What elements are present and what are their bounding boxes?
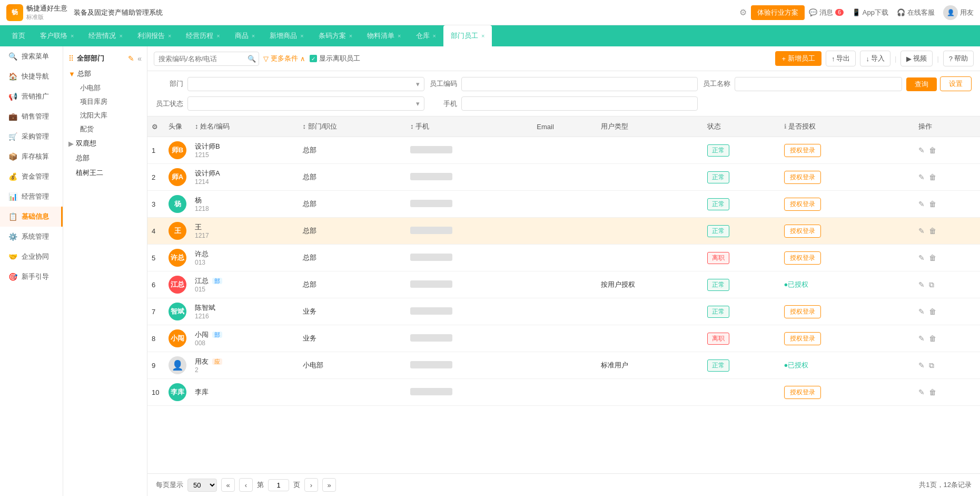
export-button[interactable]: ↑ 导出 xyxy=(826,51,856,66)
th-name[interactable]: ↕ 姓名/编码 xyxy=(191,116,299,137)
close-icon[interactable]: × xyxy=(349,33,352,39)
more-filter-btn[interactable]: ▽ 更多条件 ∧ xyxy=(263,54,305,63)
edit-dept-icon[interactable]: ✎ xyxy=(128,54,134,63)
sidebar-item-finance[interactable]: 💰 资金管理 xyxy=(0,167,63,187)
current-page-input[interactable] xyxy=(268,479,289,491)
tab-warehouse[interactable]: 仓库 × xyxy=(409,25,443,46)
first-page-button[interactable]: « xyxy=(221,478,235,492)
authorize-button[interactable]: 授权登录 xyxy=(784,198,821,211)
import-button[interactable]: ↓ 导入 xyxy=(860,51,890,66)
tab-profit[interactable]: 利润报告 × xyxy=(130,25,179,46)
authorize-button[interactable]: 授权登录 xyxy=(784,225,821,238)
online-support-item[interactable]: 🎧 在线客服 xyxy=(897,8,935,17)
edit-icon[interactable]: ✎ xyxy=(918,227,925,235)
sidebar-item-collab[interactable]: 🤝 企业协同 xyxy=(0,247,63,267)
next-page-button[interactable]: › xyxy=(304,478,318,492)
close-icon[interactable]: × xyxy=(71,33,74,39)
collapse-icon[interactable]: « xyxy=(137,54,142,63)
message-item[interactable]: 💬 消息 6 xyxy=(809,8,844,17)
delete-icon[interactable]: 🗑 xyxy=(929,307,936,316)
delete-icon[interactable]: 🗑 xyxy=(929,334,936,343)
tab-new-goods[interactable]: 新增商品 × xyxy=(262,25,311,46)
sidebar-item-sales[interactable]: 💼 销售管理 xyxy=(0,106,63,127)
edit-icon[interactable]: ✎ xyxy=(918,307,925,316)
authorize-button[interactable]: 授权登录 xyxy=(784,144,821,157)
settings-icon[interactable]: ⚙ xyxy=(739,7,747,17)
th-settings[interactable]: ⚙ xyxy=(147,116,164,137)
tab-home[interactable]: 首页 xyxy=(4,25,33,46)
dept-child-xiaodianbu[interactable]: 小电部 xyxy=(63,81,147,95)
tab-bom[interactable]: 物料清单 × xyxy=(360,25,408,46)
th-dept[interactable]: ↕ 部门/职位 xyxy=(299,116,407,137)
edit-icon[interactable]: ✎ xyxy=(918,388,925,396)
empcode-input[interactable] xyxy=(461,77,698,91)
close-icon[interactable]: × xyxy=(481,33,484,39)
close-icon[interactable]: × xyxy=(119,33,122,39)
trial-button[interactable]: 体验行业方案 xyxy=(751,5,805,20)
delete-icon[interactable]: 🗑 xyxy=(929,146,936,154)
dept-group-zhishu[interactable]: 植树王二 xyxy=(63,166,147,180)
help-button[interactable]: ? 帮助 xyxy=(943,51,974,66)
close-icon[interactable]: × xyxy=(252,33,255,39)
delete-icon[interactable]: 🗑 xyxy=(929,227,936,235)
app-download-item[interactable]: 📱 App下载 xyxy=(852,8,888,17)
search-input[interactable] xyxy=(154,52,259,66)
prev-page-button[interactable]: ‹ xyxy=(239,478,253,492)
edit-icon[interactable]: ✎ xyxy=(918,254,925,262)
edit-icon[interactable]: ✎ xyxy=(918,334,925,343)
authorize-button[interactable]: 授权登录 xyxy=(784,305,821,318)
show-resigned-toggle[interactable]: ✓ 显示离职员工 xyxy=(310,54,360,63)
close-icon[interactable]: × xyxy=(300,33,303,39)
query-button[interactable]: 查询 xyxy=(906,77,937,91)
tab-operation[interactable]: 经营情况 × xyxy=(81,25,130,46)
sidebar-item-search[interactable]: 🔍 搜索菜单 xyxy=(0,46,63,66)
dept-group-zongbu[interactable]: ▼ 总部 xyxy=(63,66,147,81)
dept-group-shuanglu[interactable]: ▶ 双鹿想 xyxy=(63,136,147,151)
empname-input[interactable] xyxy=(735,77,902,91)
edit-icon[interactable]: ✎ xyxy=(918,361,925,369)
tab-department[interactable]: 部门员工 × xyxy=(443,25,492,46)
copy-icon[interactable]: ⧉ xyxy=(929,361,934,370)
dept-child-project[interactable]: 项目库房 xyxy=(63,95,147,109)
tab-goods[interactable]: 商品 × xyxy=(227,25,262,46)
delete-icon[interactable]: 🗑 xyxy=(929,173,936,181)
sidebar-item-system[interactable]: ⚙️ 系统管理 xyxy=(0,227,63,247)
sidebar-item-inventory[interactable]: 📦 库存核算 xyxy=(0,147,63,167)
phone-input[interactable] xyxy=(461,96,698,111)
authorize-button[interactable]: 授权登录 xyxy=(784,332,821,345)
sidebar-item-guide[interactable]: 🎯 新手引导 xyxy=(0,267,63,287)
edit-icon[interactable]: ✎ xyxy=(918,146,925,154)
dept-child-shenyang[interactable]: 沈阳大库 xyxy=(63,109,147,122)
close-icon[interactable]: × xyxy=(398,33,401,39)
authorize-button[interactable]: 授权登录 xyxy=(784,171,821,184)
view-button[interactable]: ▶ 视频 xyxy=(900,51,933,66)
tab-customer[interactable]: 客户联络 × xyxy=(33,25,81,46)
tab-barcode[interactable]: 条码方案 × xyxy=(311,25,360,46)
th-phone[interactable]: ↕ 手机 xyxy=(406,116,532,137)
dept-child-peihuo[interactable]: 配货 xyxy=(63,122,147,136)
sidebar-item-management[interactable]: 📊 经营管理 xyxy=(0,187,63,207)
delete-icon[interactable]: 🗑 xyxy=(929,200,936,208)
edit-icon[interactable]: ✎ xyxy=(918,200,925,208)
dept-group-zongbu2[interactable]: 总部 xyxy=(63,151,147,166)
add-employee-button[interactable]: + 新增员工 xyxy=(775,51,821,66)
copy-icon[interactable]: ⧉ xyxy=(929,280,934,289)
close-icon[interactable]: × xyxy=(433,33,436,39)
tab-history[interactable]: 经营历程 × xyxy=(179,25,227,46)
search-submit-icon[interactable]: 🔍 xyxy=(248,55,256,63)
per-page-select[interactable]: 50 20 100 xyxy=(187,479,217,492)
edit-icon[interactable]: ✎ xyxy=(918,173,925,181)
sidebar-item-basics[interactable]: 📋 基础信息 xyxy=(0,207,63,227)
close-icon[interactable]: × xyxy=(168,33,171,39)
status-select[interactable]: ▾ xyxy=(187,96,424,111)
authorize-button[interactable]: 授权登录 xyxy=(784,386,821,399)
last-page-button[interactable]: » xyxy=(322,478,336,492)
set-button[interactable]: 设置 xyxy=(940,76,972,91)
user-item[interactable]: 👤 用友 xyxy=(943,5,974,20)
sidebar-item-nav[interactable]: 🏠 快捷导航 xyxy=(0,66,63,86)
close-icon[interactable]: × xyxy=(216,33,220,39)
authorize-button[interactable]: 授权登录 xyxy=(784,251,821,265)
edit-icon[interactable]: ✎ xyxy=(918,280,925,289)
delete-icon[interactable]: 🗑 xyxy=(929,254,936,262)
delete-icon[interactable]: 🗑 xyxy=(929,388,936,396)
